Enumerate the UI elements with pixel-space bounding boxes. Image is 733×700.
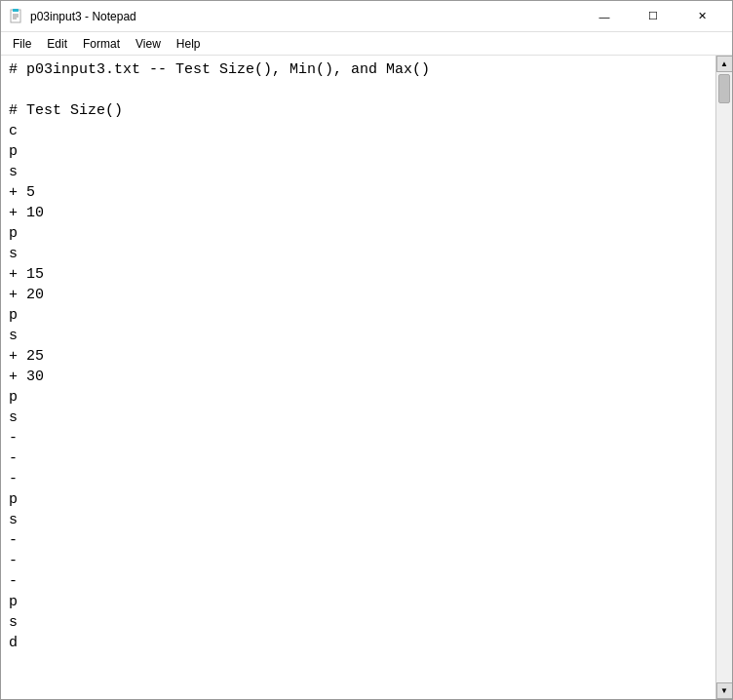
menu-bar: File Edit Format View Help (1, 32, 732, 56)
text-editor[interactable]: # p03input3.txt -- Test Size(), Min(), a… (1, 56, 715, 699)
menu-edit[interactable]: Edit (39, 32, 75, 55)
svg-rect-1 (13, 9, 19, 12)
window-title: p03input3 - Notepad (30, 10, 136, 23)
scroll-thumb[interactable] (718, 74, 730, 103)
scroll-track[interactable] (716, 72, 732, 682)
vertical-scrollbar[interactable]: ▲ ▼ (715, 56, 732, 699)
menu-file[interactable]: File (5, 32, 39, 55)
title-bar: p03input3 - Notepad — ☐ ✕ (1, 1, 732, 32)
menu-format[interactable]: Format (75, 32, 128, 55)
maximize-button[interactable]: ☐ (631, 1, 675, 32)
close-button[interactable]: ✕ (679, 1, 724, 32)
scroll-down-button[interactable]: ▼ (716, 682, 733, 699)
title-bar-controls: — ☐ ✕ (582, 1, 724, 32)
notepad-icon (9, 9, 24, 24)
editor-area: # p03input3.txt -- Test Size(), Min(), a… (1, 56, 732, 699)
scroll-up-button[interactable]: ▲ (716, 56, 733, 72)
minimize-button[interactable]: — (582, 1, 627, 32)
menu-help[interactable]: Help (169, 32, 209, 55)
menu-view[interactable]: View (128, 32, 169, 55)
title-bar-left: p03input3 - Notepad (9, 9, 136, 24)
main-window: p03input3 - Notepad — ☐ ✕ File Edit Form… (0, 0, 733, 700)
